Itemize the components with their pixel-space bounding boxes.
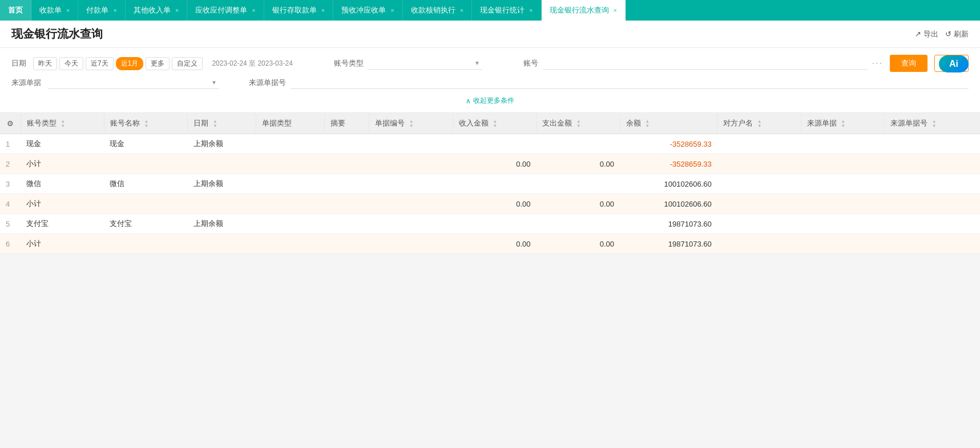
- th-settings[interactable]: ⚙: [0, 113, 21, 134]
- nav-home[interactable]: 首页: [0, 0, 31, 21]
- cell-source-doc: [801, 134, 884, 154]
- nav-cash-bank-stat-close[interactable]: ×: [529, 7, 533, 14]
- refresh-button[interactable]: ↺ 刷新: [945, 29, 969, 39]
- account-more-icon[interactable]: ···: [872, 58, 883, 68]
- filter-row-1: 日期 昨天 今天 近7天 近1月 更多 自定义 2023-02-24 至 202…: [11, 55, 969, 72]
- th-income[interactable]: 收入金额 ▲▼: [453, 113, 536, 134]
- export-label: 导出: [923, 29, 938, 39]
- date-btn-today[interactable]: 今天: [59, 57, 83, 70]
- nav-ar-ap-adjust[interactable]: 应收应付调整单 ×: [187, 0, 264, 21]
- nav-payment-close[interactable]: ×: [113, 7, 116, 14]
- nav-receipt[interactable]: 收款单 ×: [31, 0, 78, 21]
- source-doc-no-input[interactable]: [291, 76, 969, 88]
- cell-account-name: [104, 154, 187, 174]
- nav-receipt-exec-close[interactable]: ×: [460, 7, 463, 14]
- source-doc-no-label: 来源单据号: [249, 78, 286, 88]
- nav-ar-ap-adjust-close[interactable]: ×: [252, 7, 255, 14]
- table-row[interactable]: 2 小计 0.00 0.00 -3528659.33: [0, 154, 980, 174]
- cell-expense: [537, 134, 620, 154]
- cell-summary: [325, 234, 369, 254]
- table-row[interactable]: 3 微信 微信 上期余额 100102606.60: [0, 174, 980, 194]
- th-counterpart[interactable]: 对方户名 ▲▼: [717, 113, 801, 134]
- query-button[interactable]: 查询: [890, 55, 927, 72]
- nav-cash-bank-stat[interactable]: 现金银行统计 ×: [472, 0, 541, 21]
- cell-expense: 0.00: [537, 194, 620, 214]
- cell-source-doc-no: [885, 234, 980, 254]
- th-doc-no-label: 单据编号: [375, 119, 405, 127]
- cell-num: 6: [0, 234, 21, 254]
- th-source-doc[interactable]: 来源单据 ▲▼: [801, 113, 884, 134]
- nav-receipt-exec[interactable]: 收款核销执行 ×: [403, 0, 472, 21]
- nav-payment[interactable]: 付款单 ×: [78, 0, 125, 21]
- date-btn-more[interactable]: 更多: [146, 57, 170, 70]
- sort-arrows-source-doc-no: ▲▼: [932, 119, 937, 128]
- sort-arrows-counterpart: ▲▼: [757, 119, 762, 128]
- cell-balance: 19871073.60: [620, 234, 717, 254]
- cell-source-doc-no: [885, 194, 980, 214]
- cell-balance: -3528659.33: [620, 134, 717, 154]
- th-balance-label: 余额: [626, 119, 641, 127]
- cell-doc-type: [256, 194, 325, 214]
- th-source-doc-no[interactable]: 来源单据号 ▲▼: [885, 113, 980, 134]
- account-input-wrapper: [543, 57, 868, 70]
- cell-doc-no: [369, 194, 453, 214]
- th-expense[interactable]: 支出金额 ▲▼: [537, 113, 620, 134]
- nav-cash-bank-flow-close[interactable]: ×: [614, 7, 617, 14]
- cell-balance: -3528659.33: [620, 154, 717, 174]
- nav-cash-bank-flow-label: 现金银行流水查询: [550, 5, 609, 15]
- date-btn-yesterday[interactable]: 昨天: [33, 57, 57, 70]
- account-input[interactable]: [543, 57, 868, 69]
- nav-bank-deposit-close[interactable]: ×: [321, 7, 325, 14]
- account-type-select[interactable]: 现金 微信 支付宝: [368, 57, 482, 69]
- th-account-name[interactable]: 账号名称 ▲▼: [104, 113, 187, 134]
- source-doc-label: 来源单据: [11, 78, 41, 88]
- nav-ar-ap-adjust-label: 应收应付调整单: [195, 5, 247, 15]
- cell-num: 1: [0, 134, 21, 154]
- cell-date: [188, 234, 256, 254]
- ai-label: Ai: [949, 59, 958, 68]
- table-row[interactable]: 5 支付宝 支付宝 上期余额 19871073.60: [0, 214, 980, 234]
- cell-source-doc-no: [885, 214, 980, 234]
- cell-balance: 19871073.60: [620, 214, 717, 234]
- table-row[interactable]: 6 小计 0.00 0.00 19871073.60: [0, 234, 980, 254]
- th-date-label: 日期: [193, 119, 208, 127]
- cell-counterpart: [717, 214, 801, 234]
- th-summary[interactable]: 摘要: [325, 113, 369, 134]
- nav-advance-offset-close[interactable]: ×: [390, 7, 394, 14]
- cell-balance: 100102606.60: [620, 174, 717, 194]
- cell-doc-type: [256, 134, 325, 154]
- cell-doc-type: [256, 174, 325, 194]
- cell-summary: [325, 174, 369, 194]
- th-account-type[interactable]: 账号类型 ▲▼: [21, 113, 104, 134]
- th-doc-type[interactable]: 单据类型: [256, 113, 325, 134]
- cell-counterpart: [717, 154, 801, 174]
- table-row[interactable]: 1 现金 现金 上期余额 -3528659.33: [0, 134, 980, 154]
- source-doc-select[interactable]: [48, 76, 219, 88]
- nav-bank-deposit[interactable]: 银行存取款单 ×: [264, 0, 333, 21]
- cell-counterpart: [717, 134, 801, 154]
- cell-income: [453, 214, 536, 234]
- export-button[interactable]: ↗ 导出: [915, 29, 938, 39]
- export-icon: ↗: [915, 30, 921, 38]
- nav-other-income-label: 其他收入单: [134, 5, 171, 15]
- th-source-doc-no-label: 来源单据号: [890, 119, 927, 127]
- cell-income: 0.00: [453, 194, 536, 214]
- table-row[interactable]: 4 小计 0.00 0.00 100102606.60: [0, 194, 980, 214]
- cell-account-name: 微信: [104, 174, 187, 194]
- nav-advance-offset[interactable]: 预收冲应收单 ×: [333, 0, 402, 21]
- nav-other-income-close[interactable]: ×: [175, 7, 179, 14]
- nav-cash-bank-flow[interactable]: 现金银行流水查询 ×: [542, 0, 626, 21]
- date-btn-7days[interactable]: 近7天: [86, 57, 114, 70]
- th-date[interactable]: 日期 ▲▼: [188, 113, 256, 134]
- ai-button[interactable]: Ai: [939, 55, 969, 72]
- collapse-button[interactable]: ∧ 收起更多条件: [11, 94, 969, 108]
- th-balance[interactable]: 余额 ▲▼: [620, 113, 717, 134]
- nav-receipt-close[interactable]: ×: [66, 7, 70, 14]
- date-btn-custom[interactable]: 自定义: [172, 57, 203, 70]
- th-doc-no[interactable]: 单据编号 ▲▼: [369, 113, 453, 134]
- source-doc-select-wrapper: ▼: [48, 76, 219, 89]
- nav-other-income[interactable]: 其他收入单 ×: [126, 0, 187, 21]
- account-type-select-wrapper: 现金 微信 支付宝 ▼: [368, 57, 482, 70]
- date-btn-1month[interactable]: 近1月: [116, 57, 144, 70]
- top-nav: 首页 收款单 × 付款单 × 其他收入单 × 应收应付调整单 × 银行存取款单 …: [0, 0, 980, 21]
